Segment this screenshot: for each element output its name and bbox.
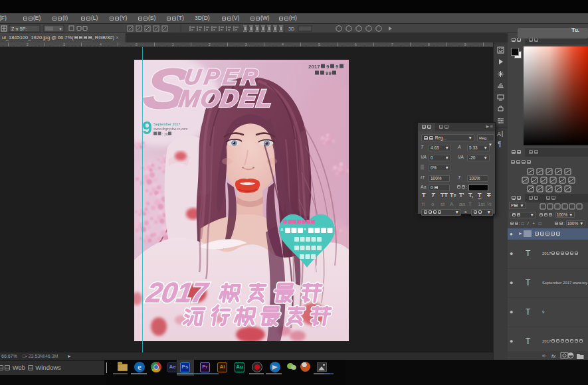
- svg-text:September 2017: September 2017: [153, 122, 181, 126]
- svg-text:▼: ▼: [58, 27, 62, 31]
- svg-text:¶: ¶: [498, 141, 501, 148]
- svg-text:3D: 3D: [288, 27, 294, 31]
- svg-text:A: A: [497, 131, 501, 137]
- svg-text:“: “: [280, 228, 284, 235]
- svg-text:2017: 2017: [308, 64, 320, 70]
- svg-text:: 20: : 20: [162, 132, 168, 136]
- svg-text:”: ”: [304, 228, 307, 235]
- svg-text:fx: fx: [551, 353, 556, 359]
- svg-text:9: 9: [326, 64, 330, 70]
- svg-text:2017: 2017: [144, 277, 211, 308]
- svg-text:9: 9: [336, 64, 339, 70]
- svg-text:www.dhgzyxbw.cn.com: www.dhgzyxbw.cn.com: [153, 127, 187, 131]
- svg-text:Z·n·5P:: Z·n·5P:: [11, 27, 27, 31]
- svg-text:9: 9: [142, 118, 152, 138]
- svg-text:99: 99: [326, 70, 332, 76]
- svg-text:MODEL: MODEL: [177, 84, 275, 112]
- svg-text:∞: ∞: [542, 353, 545, 358]
